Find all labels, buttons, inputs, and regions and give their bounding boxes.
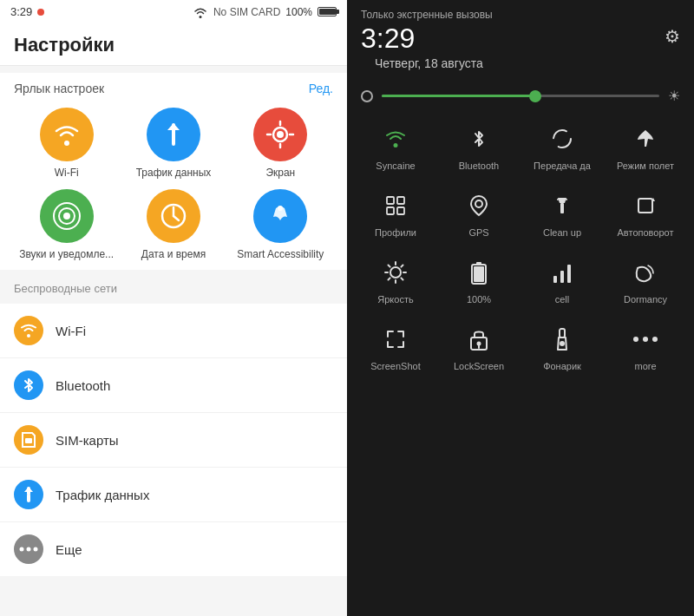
svg-rect-39 bbox=[476, 262, 481, 265]
shortcut-datetime[interactable]: Дата и время bbox=[124, 189, 222, 262]
quick-screenshot[interactable]: ScreenShot bbox=[354, 313, 437, 380]
shortcuts-section: Ярлык настроек Ред. Wi-Fi bbox=[0, 73, 347, 270]
dormancy-label: Dormancy bbox=[624, 294, 667, 305]
status-bar-right: No SIM CARD 100% bbox=[193, 6, 337, 18]
traffic-list-icon bbox=[14, 480, 43, 509]
network-section-header: Беспроводные сети bbox=[0, 270, 347, 300]
syncaine-icon bbox=[378, 121, 413, 156]
gps-icon bbox=[462, 188, 496, 223]
svg-rect-1 bbox=[172, 132, 175, 146]
quick-brightness2[interactable]: Яркость bbox=[354, 246, 437, 313]
svg-point-49 bbox=[633, 337, 638, 342]
svg-rect-25 bbox=[397, 207, 404, 214]
wifi-label: Wi-Fi bbox=[55, 167, 79, 180]
brightness-slider[interactable] bbox=[382, 95, 659, 97]
cell-icon bbox=[545, 255, 579, 290]
wifi-list-icon bbox=[14, 316, 43, 345]
lock-header: Только экстренные вызовы 3:29 Четверг, 1… bbox=[347, 0, 694, 79]
cleanup-label: Clean up bbox=[543, 227, 581, 238]
sounds-label: Звуки и уведомле... bbox=[19, 248, 114, 262]
wifi-list-label: Wi-Fi bbox=[56, 324, 86, 338]
quick-cleanup[interactable]: Clean up bbox=[520, 180, 604, 246]
datetime-label: Дата и время bbox=[141, 248, 206, 262]
battery-text: 100% bbox=[285, 6, 312, 18]
right-panel: Только экстренные вызовы 3:29 Четверг, 1… bbox=[347, 0, 694, 616]
traffic-label: Трафик данных bbox=[136, 167, 212, 180]
svg-point-51 bbox=[652, 337, 658, 342]
syncaine-label: Syncaine bbox=[376, 161, 415, 171]
list-item-wifi[interactable]: Wi-Fi bbox=[0, 304, 347, 358]
svg-rect-22 bbox=[387, 197, 394, 204]
svg-point-26 bbox=[475, 200, 482, 207]
dormancy-icon bbox=[628, 255, 663, 290]
list-item-more[interactable]: Еще bbox=[0, 522, 347, 576]
quick-settings-grid: Syncaine Bluetooth Передача да bbox=[347, 113, 694, 380]
sim-list-icon bbox=[14, 425, 43, 455]
list-item-bluetooth[interactable]: Bluetooth bbox=[0, 358, 347, 413]
more-quick-label: more bbox=[634, 361, 656, 371]
gear-icon[interactable]: ⚙ bbox=[665, 26, 680, 47]
quick-airplane[interactable]: Режим полет bbox=[604, 113, 687, 180]
quick-dormancy[interactable]: Dormancy bbox=[604, 246, 687, 313]
svg-rect-40 bbox=[474, 266, 484, 282]
quick-battery100[interactable]: 100% bbox=[437, 246, 520, 313]
flashlight-icon bbox=[545, 322, 579, 357]
more-quick-icon bbox=[628, 322, 663, 357]
battery-quick-icon bbox=[462, 255, 496, 290]
svg-rect-27 bbox=[560, 203, 564, 213]
profiles-label: Профили bbox=[375, 227, 416, 238]
svg-point-20 bbox=[34, 547, 38, 552]
svg-line-34 bbox=[389, 265, 390, 267]
settings-header: Настройки bbox=[0, 23, 347, 66]
screenshot-label: ScreenShot bbox=[370, 361, 420, 371]
svg-point-14 bbox=[278, 206, 283, 211]
battery-icon bbox=[318, 7, 337, 16]
battery100-label: 100% bbox=[467, 294, 491, 305]
svg-point-18 bbox=[20, 547, 24, 552]
network-list: Wi-Fi Bluetooth SIM-карты bbox=[0, 304, 347, 576]
sounds-grid-icon bbox=[40, 189, 94, 243]
wifi-grid-icon bbox=[40, 108, 94, 161]
status-bar-left: 3:29 bbox=[10, 5, 44, 18]
status-dot bbox=[37, 9, 44, 16]
svg-point-50 bbox=[643, 337, 648, 342]
svg-rect-15 bbox=[25, 438, 32, 443]
quick-gps[interactable]: GPS bbox=[437, 180, 520, 246]
quick-cell[interactable]: cell bbox=[520, 246, 604, 313]
sim-list-label: SIM-карты bbox=[56, 433, 119, 448]
more-list-icon bbox=[14, 534, 43, 564]
page-title: Настройки bbox=[14, 34, 333, 56]
list-item-sim[interactable]: SIM-карты bbox=[0, 413, 347, 468]
quick-lockscreen[interactable]: LockScreen bbox=[437, 313, 520, 380]
quick-profiles[interactable]: Профили bbox=[354, 180, 437, 246]
more-list-label: Еще bbox=[56, 542, 82, 557]
quick-flashlight[interactable]: Фонарик bbox=[520, 313, 604, 380]
traffic-list-label: Трафик данных bbox=[56, 488, 149, 502]
list-item-traffic[interactable]: Трафик данных bbox=[0, 468, 347, 522]
bluetooth-list-icon bbox=[14, 370, 43, 400]
bluetooth-list-label: Bluetooth bbox=[56, 378, 110, 393]
shortcut-wifi[interactable]: Wi-Fi bbox=[17, 108, 115, 180]
shortcut-smartacc[interactable]: Smart Accessibility bbox=[232, 189, 330, 262]
lock-date: Четверг, 18 августа bbox=[361, 55, 497, 79]
quick-transfer[interactable]: Передача да bbox=[520, 113, 604, 180]
cell-label: cell bbox=[555, 294, 570, 305]
shortcut-sounds[interactable]: Звуки и уведомле... bbox=[17, 189, 115, 262]
quick-bluetooth[interactable]: Bluetooth bbox=[437, 113, 520, 180]
svg-point-19 bbox=[27, 547, 31, 552]
svg-rect-23 bbox=[397, 197, 404, 204]
svg-point-29 bbox=[390, 267, 401, 278]
shortcuts-header: Ярлык настроек Ред. bbox=[14, 82, 333, 95]
sim-text: No SIM CARD bbox=[213, 6, 280, 18]
shortcut-traffic[interactable]: Трафик данных bbox=[124, 108, 222, 180]
left-panel: 3:29 No SIM CARD 100% Настройки Ярлык на… bbox=[0, 0, 347, 616]
quick-autorotate[interactable]: Автоповорот bbox=[604, 180, 687, 246]
svg-point-10 bbox=[63, 213, 70, 220]
shortcut-screen[interactable]: Экран bbox=[232, 108, 330, 180]
datetime-grid-icon bbox=[147, 189, 200, 243]
edit-button[interactable]: Ред. bbox=[309, 82, 333, 95]
quick-syncaine[interactable]: Syncaine bbox=[354, 113, 437, 180]
bluetooth-quick-label: Bluetooth bbox=[459, 161, 499, 171]
status-bar: 3:29 No SIM CARD 100% bbox=[0, 0, 347, 23]
quick-more[interactable]: more bbox=[604, 313, 687, 380]
